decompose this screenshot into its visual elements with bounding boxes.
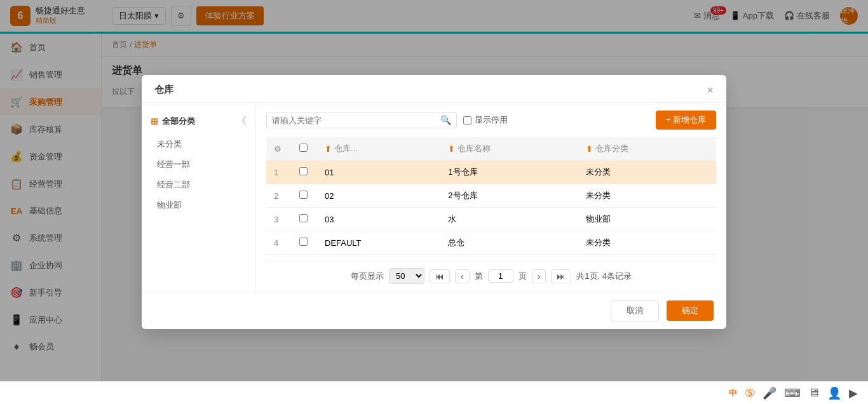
th-checkbox bbox=[292, 137, 317, 161]
page-number-input[interactable] bbox=[488, 269, 513, 283]
th-name: ⬆ 仓库名称 bbox=[440, 137, 578, 161]
category-header: ⊞ 全部分类 《 bbox=[142, 111, 255, 134]
page-summary: 共1页, 4条记录 bbox=[576, 271, 632, 282]
select-all-checkbox[interactable] bbox=[299, 144, 308, 152]
row-checkbox-3[interactable] bbox=[292, 208, 317, 231]
page-unit: 页 bbox=[519, 271, 527, 282]
table-row[interactable]: 1 01 1号仓库 未分类 bbox=[266, 161, 716, 184]
modal-table-panel: 🔍 显示停用 + 新增仓库 ⚙ bbox=[256, 103, 726, 292]
sort-icon-code: ⬆ bbox=[325, 144, 332, 154]
modal-body: ⊞ 全部分类 《 未分类 经营一部 经营二部 物业部 bbox=[142, 103, 726, 292]
modal-footer: 取消 确定 bbox=[142, 292, 726, 329]
settings-col-icon: ⚙ bbox=[274, 144, 281, 154]
category-item-uncategorized[interactable]: 未分类 bbox=[142, 134, 255, 154]
category-item-ops2[interactable]: 经营二部 bbox=[142, 175, 255, 195]
row-name-1: 1号仓库 bbox=[440, 161, 578, 184]
modal-close-button[interactable]: × bbox=[707, 84, 714, 96]
search-icon[interactable]: 🔍 bbox=[440, 115, 451, 125]
next-page-button[interactable]: › bbox=[532, 269, 546, 283]
per-page-label: 每页显示 bbox=[351, 271, 384, 282]
show-disabled-checkbox[interactable] bbox=[463, 116, 471, 125]
row-num: 2 bbox=[266, 184, 292, 208]
bottom-icon-user[interactable]: 👤 bbox=[827, 386, 841, 400]
prev-page-button[interactable]: ‹ bbox=[455, 269, 470, 283]
row-name-3: 水 bbox=[440, 208, 578, 231]
bottom-icon-zh[interactable]: 中 bbox=[729, 387, 737, 399]
th-code: ⬆ 仓库... bbox=[317, 137, 440, 161]
row-code-3: 03 bbox=[317, 208, 440, 231]
modal-title: 仓库 bbox=[154, 84, 173, 96]
row-code-4: DEFAULT bbox=[317, 231, 440, 255]
table-row[interactable]: 2 02 2号仓库 未分类 bbox=[266, 184, 716, 208]
row-category-1: 未分类 bbox=[578, 161, 716, 184]
page-label: 第 bbox=[475, 271, 483, 282]
warehouse-table: ⚙ ⬆ 仓库... ⬆ bbox=[266, 137, 716, 255]
row-name-4: 总仓 bbox=[440, 231, 578, 255]
row-name-2: 2号仓库 bbox=[440, 184, 578, 208]
search-input[interactable] bbox=[272, 116, 437, 125]
search-box: 🔍 bbox=[266, 112, 457, 128]
bottom-icon-monitor[interactable]: 🖥 bbox=[808, 386, 820, 400]
last-page-button[interactable]: ⏭ bbox=[551, 269, 571, 283]
per-page-select[interactable]: 50 100 bbox=[389, 268, 424, 284]
category-all-label: 全部分类 bbox=[162, 116, 195, 127]
bottom-bar: 中 ⑤ 🎤 ⌨ 🖥 👤 ▶ bbox=[0, 381, 868, 404]
row-checkbox-2[interactable] bbox=[292, 184, 317, 208]
table-header-row: ⚙ ⬆ 仓库... ⬆ bbox=[266, 137, 716, 161]
row-checkbox-1[interactable] bbox=[292, 161, 317, 184]
confirm-button[interactable]: 确定 bbox=[667, 300, 714, 321]
table-row[interactable]: 4 DEFAULT 总仓 未分类 bbox=[266, 231, 716, 255]
add-warehouse-button[interactable]: + 新增仓库 bbox=[656, 111, 716, 130]
bottom-icon-mic[interactable]: 🎤 bbox=[763, 386, 776, 400]
row-code-2: 02 bbox=[317, 184, 440, 208]
row-checkbox-4[interactable] bbox=[292, 231, 317, 255]
th-category: ⬆ 仓库分类 bbox=[578, 137, 716, 161]
cancel-button[interactable]: 取消 bbox=[611, 300, 659, 321]
modal-backdrop: 仓库 × ⊞ 全部分类 《 未分类 经营一部 bbox=[0, 0, 868, 404]
sort-icon-name: ⬆ bbox=[448, 144, 455, 154]
warehouse-modal: 仓库 × ⊞ 全部分类 《 未分类 经营一部 bbox=[142, 75, 726, 329]
row-category-4: 未分类 bbox=[578, 231, 716, 255]
category-item-property[interactable]: 物业部 bbox=[142, 195, 255, 215]
pagination: 每页显示 50 100 ⏮ ‹ 第 页 › ⏭ 共1页, 4条记录 bbox=[266, 260, 716, 292]
first-page-button[interactable]: ⏮ bbox=[430, 269, 450, 283]
grid-icon: ⊞ bbox=[151, 116, 158, 126]
sort-icon-category: ⬆ bbox=[586, 144, 593, 154]
row-category-3: 物业部 bbox=[578, 208, 716, 231]
bottom-icon-play[interactable]: ▶ bbox=[849, 386, 858, 400]
collapse-category-button[interactable]: 《 bbox=[236, 114, 247, 128]
row-num: 3 bbox=[266, 208, 292, 231]
bottom-icon-keyboard[interactable]: ⌨ bbox=[784, 386, 801, 400]
table-row[interactable]: 3 03 水 物业部 bbox=[266, 208, 716, 231]
modal-header: 仓库 × bbox=[142, 75, 726, 103]
row-num: 4 bbox=[266, 231, 292, 255]
modal-toolbar: 🔍 显示停用 + 新增仓库 bbox=[266, 111, 716, 130]
bottom-icon-s[interactable]: ⑤ bbox=[745, 386, 755, 400]
row-category-2: 未分类 bbox=[578, 184, 716, 208]
th-settings: ⚙ bbox=[266, 137, 292, 161]
row-code-1: 01 bbox=[317, 161, 440, 184]
row-num: 1 bbox=[266, 161, 292, 184]
category-all[interactable]: ⊞ 全部分类 bbox=[151, 116, 195, 127]
show-disabled-label[interactable]: 显示停用 bbox=[463, 114, 508, 126]
modal-category-panel: ⊞ 全部分类 《 未分类 经营一部 经营二部 物业部 bbox=[142, 103, 256, 292]
category-item-ops1[interactable]: 经营一部 bbox=[142, 154, 255, 175]
table-container: ⚙ ⬆ 仓库... ⬆ bbox=[266, 137, 716, 255]
